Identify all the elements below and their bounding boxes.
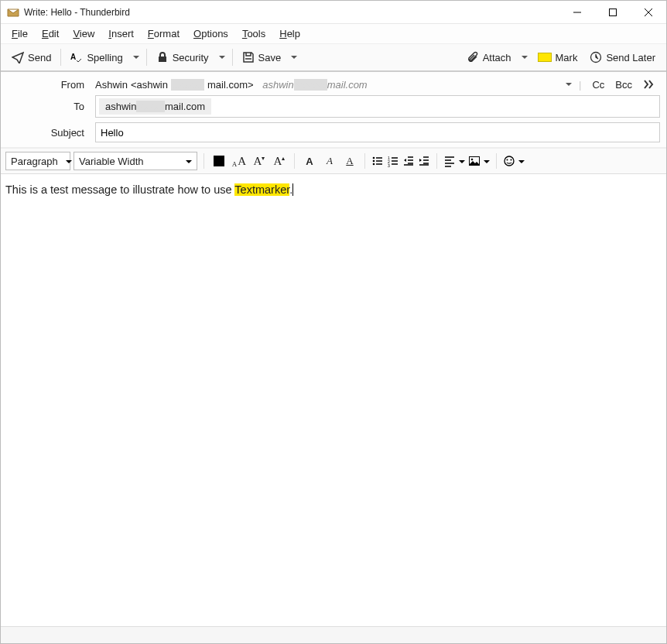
security-label: Security	[173, 52, 209, 63]
mark-button[interactable]: Mark	[532, 49, 584, 67]
mark-label: Mark	[556, 52, 578, 63]
menu-edit[interactable]: Edit	[36, 26, 65, 42]
menu-view[interactable]: View	[67, 26, 101, 42]
menu-insert[interactable]: Insert	[102, 26, 140, 42]
insert-image-button[interactable]	[468, 155, 481, 167]
spelling-icon: A	[70, 51, 83, 63]
security-dropdown[interactable]	[215, 54, 229, 60]
clock-icon	[590, 51, 602, 63]
insert-image-dropdown[interactable]	[484, 156, 490, 167]
save-label: Save	[258, 52, 282, 63]
bcc-button[interactable]: Bcc	[615, 79, 632, 91]
outdent-button[interactable]	[402, 155, 415, 167]
attach-dropdown[interactable]	[518, 54, 532, 60]
svg-point-14	[511, 159, 512, 161]
italic-button[interactable]: A	[321, 152, 338, 170]
highlight-swatch-icon	[538, 53, 552, 62]
maximize-button[interactable]	[595, 1, 631, 24]
emoji-button[interactable]	[503, 155, 515, 167]
from-dropdown[interactable]	[562, 81, 576, 87]
app-icon	[7, 6, 19, 19]
window-title: Write: Hello - Thunderbird	[24, 7, 130, 18]
bold-button[interactable]: A	[301, 152, 318, 170]
svg-point-11	[471, 159, 474, 161]
paragraph-style-select[interactable]: Paragraph	[5, 152, 70, 170]
number-list-button[interactable]: 123	[387, 155, 399, 167]
from-value[interactable]: Ashwin <ashwinxxxxxxmail.com> ashwinxxxx…	[95, 78, 660, 91]
emoji-dropdown[interactable]	[518, 156, 525, 167]
titlebar: Write: Hello - Thunderbird	[1, 1, 666, 24]
menu-options[interactable]: Options	[187, 26, 234, 42]
security-button[interactable]: Security	[150, 48, 215, 67]
menubar: File Edit View Insert Format Options Too…	[1, 24, 666, 44]
subject-input[interactable]	[95, 122, 660, 142]
minimize-button[interactable]	[559, 1, 595, 24]
svg-point-6	[373, 163, 375, 166]
indent-button[interactable]	[418, 155, 430, 167]
svg-point-13	[507, 159, 508, 161]
to-chip[interactable]: ashwinxxxxxmail.com	[99, 98, 211, 115]
from-label: From	[7, 79, 89, 91]
align-dropdown[interactable]	[459, 156, 465, 167]
to-field[interactable]: ashwinxxxxxmail.com	[95, 95, 660, 118]
send-later-button[interactable]: Send Later	[583, 48, 662, 67]
send-button[interactable]: Send	[5, 48, 57, 67]
more-recipients-icon[interactable]	[643, 78, 655, 91]
cc-button[interactable]: Cc	[592, 79, 604, 91]
spelling-dropdown[interactable]	[129, 54, 143, 60]
highlighted-text: Textmarker	[234, 183, 289, 196]
save-dropdown[interactable]	[287, 54, 301, 60]
align-button[interactable]	[443, 155, 456, 167]
main-toolbar: Send A Spelling Security Save Attach Mar…	[1, 44, 666, 72]
svg-point-4	[373, 157, 375, 159]
svg-text:A: A	[70, 53, 76, 61]
font-size-increase-button[interactable]: A▴	[271, 152, 288, 170]
color-swatch-icon	[214, 156, 224, 166]
bullet-list-button[interactable]	[371, 155, 384, 167]
paperclip-icon	[467, 51, 479, 63]
send-icon	[12, 51, 24, 63]
attach-button[interactable]: Attach	[460, 48, 518, 67]
svg-text:3: 3	[388, 163, 390, 167]
menu-format[interactable]: Format	[142, 26, 186, 42]
svg-point-12	[505, 156, 514, 166]
save-button[interactable]: Save	[236, 48, 288, 67]
svg-rect-0	[610, 9, 617, 15]
format-toolbar: Paragraph Variable Width AA A▾ A▴ A A A …	[1, 148, 666, 174]
font-family-select[interactable]: Variable Width	[74, 152, 197, 170]
font-size-decrease-button[interactable]: A▾	[251, 152, 268, 170]
lock-icon	[156, 51, 169, 63]
to-label: To	[7, 101, 89, 112]
close-button[interactable]	[631, 1, 666, 24]
menu-file[interactable]: File	[5, 26, 34, 42]
status-bar	[1, 626, 666, 643]
send-later-label: Send Later	[606, 52, 655, 63]
svg-rect-2	[159, 57, 166, 62]
subject-label: Subject	[7, 127, 89, 139]
spelling-button[interactable]: A Spelling	[64, 48, 128, 67]
text-color-button[interactable]	[210, 152, 227, 170]
menu-tools[interactable]: Tools	[236, 26, 272, 42]
send-label: Send	[28, 52, 51, 63]
menu-help[interactable]: Help	[273, 26, 306, 42]
attach-label: Attach	[483, 52, 511, 63]
header-fields: From Ashwin <ashwinxxxxxxmail.com> ashwi…	[1, 72, 666, 148]
font-size-reset-button[interactable]: AA	[231, 152, 248, 170]
underline-button[interactable]: A	[341, 152, 358, 170]
save-icon	[242, 51, 255, 63]
spelling-label: Spelling	[87, 52, 122, 63]
svg-point-5	[373, 160, 375, 163]
message-body[interactable]: This is a test message to illustrate how…	[1, 174, 666, 626]
